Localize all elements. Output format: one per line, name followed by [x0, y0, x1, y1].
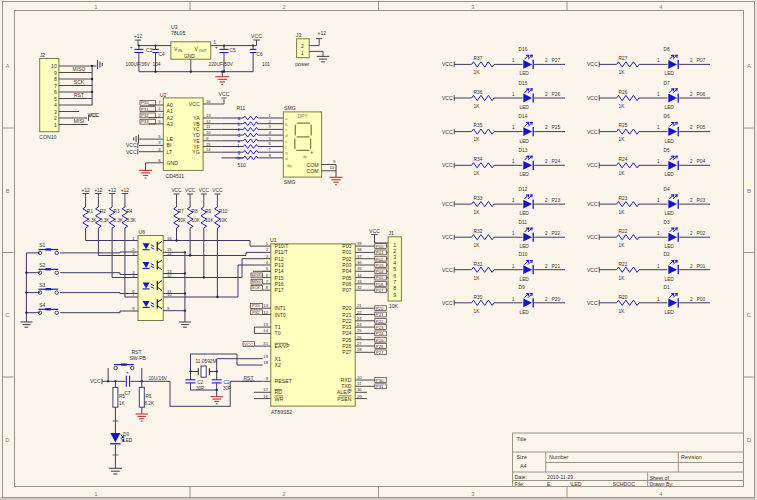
svg-text:7: 7 — [54, 83, 57, 89]
svg-text:101: 101 — [262, 62, 270, 67]
svg-text:P02: P02 — [697, 230, 706, 236]
svg-text:7: 7 — [393, 279, 396, 285]
svg-text:1: 1 — [657, 231, 660, 236]
svg-text:S2: S2 — [39, 262, 45, 268]
svg-text:LED: LED — [665, 71, 675, 76]
svg-text:6: 6 — [54, 89, 57, 95]
svg-text:CD4511: CD4511 — [166, 173, 185, 179]
svg-text:VCC: VCC — [442, 201, 453, 207]
svg-text:GND: GND — [184, 54, 195, 59]
svg-text:P22: P22 — [376, 319, 384, 324]
svg-text:P12: P12 — [275, 256, 284, 262]
svg-text:P26: P26 — [552, 91, 561, 97]
svg-text:RST: RST — [244, 375, 254, 381]
svg-text:32: 32 — [357, 285, 362, 290]
svg-text:VCC: VCC — [587, 300, 598, 306]
svg-text:P20: P20 — [376, 306, 384, 311]
svg-text:35: 35 — [357, 266, 362, 271]
svg-text:P32: P32 — [141, 113, 149, 118]
svg-text:INT0: INT0 — [275, 312, 286, 318]
svg-text:D14: D14 — [519, 114, 528, 119]
svg-text:9: 9 — [393, 292, 396, 298]
svg-text:1K: 1K — [474, 210, 481, 215]
svg-text:1: 1 — [657, 92, 660, 97]
svg-text:VCC: VCC — [587, 162, 598, 168]
svg-text:1K: 1K — [619, 243, 626, 248]
svg-text:13: 13 — [206, 113, 211, 118]
svg-text:T1: T1 — [275, 324, 281, 330]
svg-text:P04: P04 — [342, 268, 351, 274]
svg-text:1K: 1K — [474, 104, 481, 109]
svg-text:P06: P06 — [376, 282, 384, 287]
svg-text:2: 2 — [545, 125, 548, 130]
svg-text:14: 14 — [167, 251, 172, 256]
svg-text:P00: P00 — [697, 296, 706, 302]
svg-text:10K: 10K — [178, 218, 187, 223]
svg-text:D6: D6 — [664, 114, 670, 119]
svg-text:g: g — [238, 150, 241, 155]
svg-text:e: e — [238, 139, 241, 144]
svg-text:R22: R22 — [619, 229, 628, 234]
svg-text:+12: +12 — [81, 187, 90, 193]
svg-text:P27: P27 — [342, 349, 351, 355]
svg-text:P05: P05 — [342, 275, 351, 281]
svg-text:R6: R6 — [146, 394, 152, 399]
svg-text:2: 2 — [690, 58, 693, 63]
svg-text:17: 17 — [263, 387, 268, 392]
svg-text:EA/VP: EA/VP — [275, 343, 291, 349]
svg-text:1: 1 — [512, 58, 515, 63]
svg-text:1: 1 — [512, 92, 515, 97]
svg-text:P02: P02 — [376, 257, 384, 262]
svg-text:P07: P07 — [342, 287, 351, 293]
svg-text:P06: P06 — [697, 91, 706, 97]
svg-text:P16: P16 — [275, 281, 284, 287]
svg-text:11: 11 — [206, 124, 211, 129]
svg-text:P27: P27 — [552, 57, 561, 63]
svg-text:18: 18 — [263, 360, 268, 365]
svg-text:3.3K: 3.3K — [100, 218, 110, 223]
svg-text:P33: P33 — [141, 119, 149, 124]
svg-text:16: 16 — [263, 394, 268, 399]
svg-text:P21: P21 — [342, 312, 351, 318]
svg-text:12: 12 — [206, 119, 211, 124]
svg-text:LED: LED — [520, 244, 530, 249]
svg-text:Drawn By:: Drawn By: — [650, 481, 674, 487]
svg-text:B: B — [5, 188, 9, 194]
svg-text:P25: P25 — [376, 338, 384, 343]
svg-text:21: 21 — [357, 303, 362, 308]
svg-text:9: 9 — [54, 70, 57, 76]
svg-text:10K: 10K — [192, 218, 201, 223]
svg-text:P26: P26 — [342, 343, 351, 349]
svg-text:P25: P25 — [552, 124, 561, 130]
svg-text:C: C — [747, 312, 752, 318]
svg-text:R20: R20 — [619, 295, 628, 300]
svg-text:1K: 1K — [619, 210, 626, 215]
svg-text:5: 5 — [393, 266, 396, 272]
svg-text:P04: P04 — [376, 269, 384, 274]
svg-text:VCC: VCC — [442, 300, 453, 306]
svg-text:28: 28 — [357, 347, 362, 352]
svg-text:P01: P01 — [697, 263, 706, 269]
svg-text:LED: LED — [665, 172, 675, 177]
svg-text:R8: R8 — [192, 209, 198, 214]
svg-text:23: 23 — [357, 316, 362, 321]
svg-text:J2: J2 — [40, 52, 46, 58]
svg-text:SCK: SCK — [252, 285, 260, 290]
svg-text:INT1: INT1 — [275, 305, 286, 311]
svg-text:P07: P07 — [376, 288, 384, 293]
svg-text:P30: P30 — [141, 100, 149, 105]
svg-text:10: 10 — [357, 375, 362, 380]
svg-text:VCC: VCC — [442, 129, 453, 135]
svg-text:BI: BI — [167, 142, 172, 148]
svg-text:10: 10 — [167, 292, 172, 297]
svg-text:Revision: Revision — [681, 454, 702, 460]
svg-text:D0: D0 — [123, 432, 129, 437]
svg-text:R9: R9 — [205, 209, 211, 214]
svg-text:h: h — [238, 156, 241, 161]
svg-text:+12: +12 — [121, 187, 130, 193]
svg-text:1: 1 — [512, 297, 515, 302]
svg-text:1K: 1K — [619, 171, 626, 176]
svg-text:VCC: VCC — [199, 188, 210, 193]
svg-text:14: 14 — [206, 147, 211, 152]
svg-text:A0: A0 — [167, 102, 173, 108]
